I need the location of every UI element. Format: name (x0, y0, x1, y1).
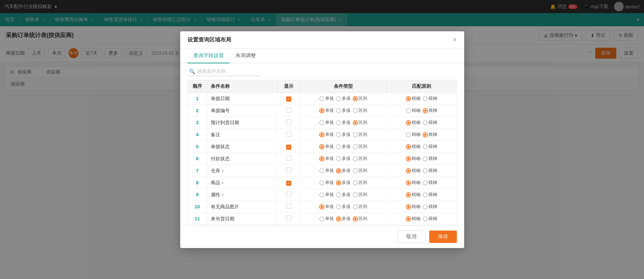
type-radio-multi[interactable]: 多值 (336, 131, 351, 138)
match-radio-fuzzy[interactable]: 模糊 (423, 131, 437, 138)
type-radio-single[interactable]: 单值 (319, 107, 334, 114)
type-radio-range[interactable]: 区间 (353, 216, 367, 222)
table-row: 7仓库∨单值多值区间精确模糊 (187, 165, 457, 177)
type-radio-single[interactable]: 单值 (319, 119, 334, 126)
display-checkbox[interactable] (286, 168, 291, 173)
type-radio-range[interactable]: 区间 (353, 192, 367, 198)
type-radio-multi[interactable]: 多值 (336, 119, 351, 126)
type-radio-single[interactable]: 单值 (319, 95, 334, 102)
row-display-toggle[interactable] (277, 177, 300, 189)
match-radio-fuzzy[interactable]: 模糊 (423, 168, 437, 174)
type-radio-multi[interactable]: 多值 (336, 204, 351, 210)
expand-arrow-icon[interactable]: ∨ (221, 181, 224, 185)
modal-tab-query-fields[interactable]: 查询字段设置 (187, 49, 230, 63)
type-radio-single[interactable]: 单值 (319, 192, 334, 198)
match-radio-exact[interactable]: 精确 (406, 95, 420, 102)
type-radio-range[interactable]: 区间 (353, 131, 367, 138)
type-radio-multi[interactable]: 多值 (336, 144, 351, 150)
search-input[interactable] (197, 68, 256, 74)
modal-tab-layout[interactable]: 布局调整 (230, 49, 262, 63)
type-radio-multi[interactable]: 多值 (336, 156, 351, 162)
row-order: 3 (187, 117, 207, 129)
row-display-toggle[interactable] (277, 129, 300, 141)
row-condition-type: 单值多值区间 (301, 213, 387, 225)
row-display-toggle[interactable] (277, 105, 300, 117)
match-radio-fuzzy[interactable]: 模糊 (423, 216, 437, 222)
expand-arrow-icon[interactable]: ∨ (221, 193, 224, 197)
type-radio-multi[interactable]: 多值 (336, 216, 351, 222)
type-radio-single[interactable]: 单值 (319, 144, 334, 150)
match-radio-exact[interactable]: 精确 (406, 107, 420, 114)
match-radio-exact[interactable]: 精确 (406, 180, 420, 186)
row-match-rule: 精确模糊 (386, 165, 457, 177)
row-match-rule: 精确模糊 (386, 105, 457, 117)
type-radio-multi[interactable]: 多值 (336, 180, 351, 186)
cancel-button[interactable]: 取消 (397, 231, 426, 243)
row-condition-name: 预计到货日期 (207, 117, 277, 129)
row-order: 1 (187, 93, 207, 105)
row-condition-name: 付款状态 (207, 153, 277, 165)
display-checkbox[interactable] (286, 181, 291, 186)
display-checkbox[interactable] (286, 145, 291, 150)
type-radio-multi[interactable]: 多值 (336, 107, 351, 114)
save-button[interactable]: 保存 (429, 231, 457, 243)
match-radio-fuzzy[interactable]: 模糊 (423, 95, 437, 102)
row-display-toggle[interactable] (277, 165, 300, 177)
match-radio-fuzzy[interactable]: 模糊 (423, 192, 437, 198)
type-radio-multi[interactable]: 多值 (336, 192, 351, 198)
match-radio-fuzzy[interactable]: 模糊 (423, 144, 437, 150)
match-radio-fuzzy[interactable]: 模糊 (423, 180, 437, 186)
col-type: 条件类型 (301, 80, 387, 93)
match-radio-fuzzy[interactable]: 模糊 (423, 119, 437, 126)
type-radio-single[interactable]: 单值 (319, 216, 334, 222)
type-radio-range[interactable]: 区间 (353, 168, 367, 174)
type-radio-range[interactable]: 区间 (353, 144, 367, 150)
row-display-toggle[interactable] (277, 189, 300, 201)
row-display-toggle[interactable] (277, 213, 300, 225)
expand-arrow-icon[interactable]: ∨ (221, 169, 224, 173)
match-radio-exact[interactable]: 精确 (406, 156, 420, 162)
match-radio-fuzzy[interactable]: 模糊 (423, 156, 437, 162)
type-radio-range[interactable]: 区间 (353, 180, 367, 186)
match-radio-exact[interactable]: 精确 (406, 144, 420, 150)
match-radio-fuzzy[interactable]: 模糊 (423, 107, 437, 114)
type-radio-single[interactable]: 单值 (319, 131, 334, 138)
type-radio-single[interactable]: 单值 (319, 156, 334, 162)
display-checkbox[interactable] (286, 107, 291, 113)
row-condition-name: 备注 (207, 129, 277, 141)
type-radio-range[interactable]: 区间 (353, 107, 367, 114)
type-radio-range[interactable]: 区间 (353, 204, 367, 210)
display-checkbox[interactable] (286, 192, 291, 197)
row-display-toggle[interactable] (277, 141, 300, 153)
modal-title: 设置查询区域布局 (187, 36, 231, 43)
type-radio-range[interactable]: 区间 (353, 95, 367, 102)
type-radio-multi[interactable]: 多值 (336, 95, 351, 102)
type-radio-range[interactable]: 区间 (353, 119, 367, 126)
type-radio-single[interactable]: 单值 (319, 204, 334, 210)
row-condition-type: 单值多值区间 (301, 153, 387, 165)
type-radio-single[interactable]: 单值 (319, 180, 334, 186)
row-display-toggle[interactable] (277, 117, 300, 129)
display-checkbox[interactable] (286, 216, 291, 221)
match-radio-exact[interactable]: 精确 (406, 204, 420, 210)
match-radio-exact[interactable]: 精确 (406, 119, 420, 126)
match-radio-fuzzy[interactable]: 模糊 (423, 204, 437, 210)
display-checkbox[interactable] (286, 97, 291, 102)
match-radio-exact[interactable]: 精确 (406, 131, 420, 138)
match-radio-exact[interactable]: 精确 (406, 192, 420, 198)
match-radio-exact[interactable]: 精确 (406, 216, 420, 222)
type-radio-single[interactable]: 单值 (319, 168, 334, 174)
display-checkbox[interactable] (286, 156, 291, 161)
match-radio-exact[interactable]: 精确 (406, 168, 420, 174)
modal-table-wrap: 顺序 条件名称 显示 条件类型 匹配原则 1单据日期单值多值区间精确模糊2单据编… (180, 80, 464, 225)
row-display-toggle[interactable] (277, 93, 300, 105)
display-checkbox[interactable] (286, 204, 291, 209)
type-radio-range[interactable]: 区间 (353, 156, 367, 162)
display-checkbox[interactable] (286, 119, 291, 125)
modal-overlay[interactable]: 设置查询区域布局 × 查询字段设置 布局调整 🔍 顺序 条件名称 (0, 0, 644, 279)
row-display-toggle[interactable] (277, 153, 300, 165)
modal-close-button[interactable]: × (453, 36, 457, 43)
display-checkbox[interactable] (286, 131, 291, 137)
type-radio-multi[interactable]: 多值 (336, 168, 351, 174)
row-display-toggle[interactable] (277, 201, 300, 213)
